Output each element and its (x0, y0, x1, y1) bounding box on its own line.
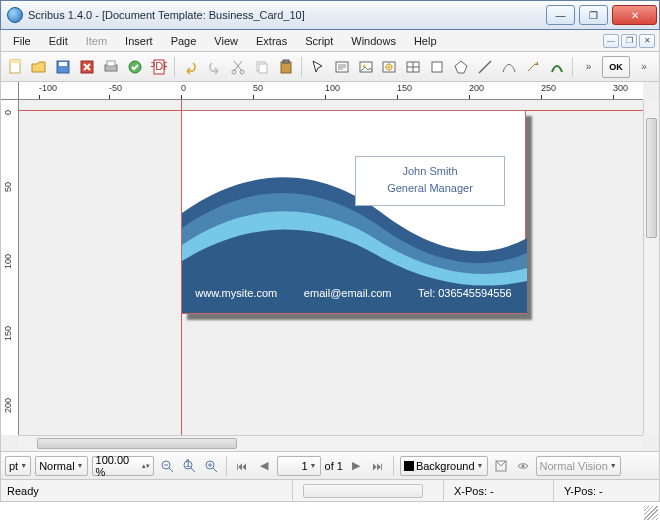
layer-selector[interactable]: Background▼ (400, 456, 488, 476)
status-bar: Ready X-Pos: - Y-Pos: - (0, 480, 660, 502)
preflight-icon[interactable] (124, 56, 145, 78)
svg-marker-23 (455, 61, 467, 73)
render-frame-icon[interactable] (379, 56, 400, 78)
menu-insert[interactable]: Insert (117, 33, 161, 49)
svg-rect-22 (432, 62, 442, 72)
horizontal-ruler[interactable]: -100-50050100150200250300 (19, 82, 643, 100)
toolbar-expand2-icon[interactable]: » (633, 56, 655, 78)
next-page-icon[interactable]: ▶ (347, 457, 365, 475)
zoom-field[interactable]: 100.00 %▴▾ (92, 456, 154, 476)
vertical-scrollbar[interactable] (643, 100, 659, 435)
save-document-icon[interactable] (53, 56, 74, 78)
zoom-reset-icon[interactable]: 1 (180, 457, 198, 475)
ruler-origin[interactable] (1, 82, 19, 100)
page-count-label: of 1 (325, 460, 343, 472)
cut-icon[interactable] (228, 56, 249, 78)
menu-help[interactable]: Help (406, 33, 445, 49)
main-toolbar: PDF » OK » (0, 52, 660, 82)
unit-selector[interactable]: pt▼ (5, 456, 31, 476)
svg-rect-6 (107, 61, 115, 66)
menu-page[interactable]: Page (163, 33, 205, 49)
svg-rect-13 (259, 64, 267, 73)
line-icon[interactable] (475, 56, 496, 78)
menu-windows[interactable]: Windows (343, 33, 404, 49)
app-icon (7, 7, 23, 23)
status-xpos: X-Pos: - (454, 485, 494, 497)
close-button[interactable]: ✕ (612, 5, 657, 25)
document-page[interactable]: John Smith General Manager www.mysite.co… (181, 110, 526, 314)
menu-file[interactable]: File (5, 33, 39, 49)
menu-bar: File Edit Item Insert Page View Extras S… (0, 30, 660, 52)
open-document-icon[interactable] (29, 56, 50, 78)
freehand-icon[interactable] (522, 56, 543, 78)
card-role: General Manager (362, 180, 498, 197)
menu-edit[interactable]: Edit (41, 33, 76, 49)
select-tool-icon[interactable] (307, 56, 328, 78)
vision-selector[interactable]: Normal Vision▼ (536, 456, 621, 476)
text-frame-icon[interactable] (331, 56, 352, 78)
copy-icon[interactable] (252, 56, 273, 78)
redo-icon[interactable] (204, 56, 225, 78)
pdf-export-icon[interactable]: PDF (148, 56, 169, 78)
polygon-icon[interactable] (451, 56, 472, 78)
preview-toggle-icon[interactable] (514, 457, 532, 475)
view-control-bar: pt▼ Normal▼ 100.00 %▴▾ 1 ⏮ ◀ 1▼ of 1 ▶ ⏭… (0, 452, 660, 480)
card-phone: Tel: 036545594556 (418, 287, 512, 299)
new-document-icon[interactable] (5, 56, 26, 78)
mdi-restore-button[interactable]: ❐ (621, 34, 637, 48)
shape-icon[interactable] (427, 56, 448, 78)
svg-line-26 (169, 468, 173, 472)
undo-icon[interactable] (180, 56, 201, 78)
canvas-area: -100-50050100150200250300 050100150200 J… (0, 82, 660, 452)
menu-item[interactable]: Item (78, 33, 115, 49)
table-icon[interactable] (403, 56, 424, 78)
mdi-minimize-button[interactable]: — (603, 34, 619, 48)
preview-mode-selector[interactable]: Normal▼ (35, 456, 87, 476)
vertical-ruler[interactable]: 050100150200 (1, 100, 19, 435)
zoom-in-icon[interactable] (202, 457, 220, 475)
last-page-icon[interactable]: ⏭ (369, 457, 387, 475)
window-titlebar: Scribus 1.4.0 - [Document Template: Busi… (0, 0, 660, 30)
zoom-out-icon[interactable] (158, 457, 176, 475)
ok-button[interactable]: OK (602, 56, 630, 78)
menu-view[interactable]: View (206, 33, 246, 49)
document-viewport[interactable]: John Smith General Manager www.mysite.co… (19, 100, 643, 435)
page-number-field[interactable]: 1▼ (277, 456, 321, 476)
svg-text:1: 1 (184, 459, 190, 469)
toolbar-expand-icon[interactable]: » (578, 56, 599, 78)
name-text-frame[interactable]: John Smith General Manager (355, 156, 505, 206)
first-page-icon[interactable]: ⏮ (233, 457, 251, 475)
svg-rect-14 (281, 62, 291, 73)
scrollbar-thumb[interactable] (37, 438, 237, 449)
prev-page-icon[interactable]: ◀ (255, 457, 273, 475)
svg-rect-1 (10, 60, 20, 63)
menu-extras[interactable]: Extras (248, 33, 295, 49)
mdi-close-button[interactable]: ✕ (639, 34, 655, 48)
card-website: www.mysite.com (195, 287, 277, 299)
resize-grip[interactable] (644, 506, 658, 520)
close-document-icon[interactable] (77, 56, 98, 78)
print-icon[interactable] (101, 56, 122, 78)
image-frame-icon[interactable] (355, 56, 376, 78)
progress-bar (303, 484, 423, 498)
svg-line-29 (191, 468, 195, 472)
bezier-icon[interactable] (498, 56, 519, 78)
window-title: Scribus 1.4.0 - [Document Template: Busi… (28, 9, 546, 21)
minimize-button[interactable]: — (546, 5, 575, 25)
cms-toggle-icon[interactable] (492, 457, 510, 475)
svg-text:PDF: PDF (151, 60, 167, 72)
horizontal-scrollbar[interactable] (19, 435, 643, 451)
svg-rect-3 (59, 62, 67, 66)
calligraphic-icon[interactable] (546, 56, 567, 78)
svg-rect-15 (283, 60, 289, 63)
scrollbar-thumb[interactable] (646, 118, 657, 238)
card-name: John Smith (362, 163, 498, 180)
status-ready: Ready (7, 485, 39, 497)
card-email: email@email.com (304, 287, 392, 299)
status-ypos: Y-Pos: - (564, 485, 603, 497)
maximize-button[interactable]: ❐ (579, 5, 608, 25)
contact-row: www.mysite.com email@email.com Tel: 0365… (182, 287, 525, 299)
svg-line-32 (213, 468, 217, 472)
paste-icon[interactable] (276, 56, 297, 78)
menu-script[interactable]: Script (297, 33, 341, 49)
